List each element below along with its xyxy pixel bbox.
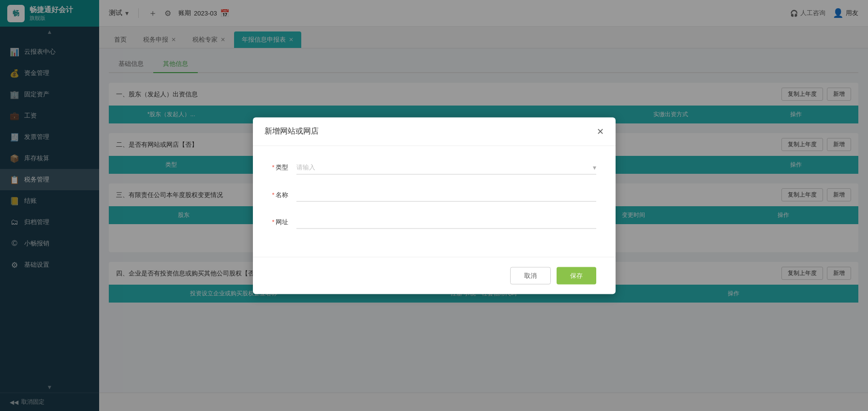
dialog-body: *类型 ▾ *名称 *网址: [253, 146, 616, 257]
required-star-url: *: [272, 218, 275, 225]
dialog-title: 新增网站或网店: [265, 126, 319, 137]
form-field-url: *网址: [272, 215, 596, 228]
dialog-header: 新增网站或网店 ✕: [253, 117, 616, 146]
url-input[interactable]: [296, 218, 596, 225]
required-star-type: *: [272, 164, 275, 171]
type-dropdown-icon[interactable]: ▾: [593, 163, 596, 171]
add-website-dialog: 新增网站或网店 ✕ *类型 ▾ *名称 *网址: [253, 117, 616, 294]
form-field-type: *类型 ▾: [272, 160, 596, 174]
required-star-name: *: [272, 191, 275, 198]
form-field-name: *名称: [272, 188, 596, 201]
form-label-name: *名称: [272, 190, 296, 199]
form-input-wrapper-name: [296, 188, 596, 201]
form-input-wrapper-url: [296, 215, 596, 228]
cancel-button[interactable]: 取消: [510, 267, 551, 284]
dialog-close-button[interactable]: ✕: [597, 126, 604, 137]
form-label-url: *网址: [272, 217, 296, 226]
dialog-footer: 取消 保存: [253, 257, 616, 294]
type-input[interactable]: [296, 164, 593, 171]
form-input-wrapper-type: ▾: [296, 160, 596, 174]
name-input[interactable]: [296, 191, 596, 198]
form-label-type: *类型: [272, 163, 296, 172]
save-button[interactable]: 保存: [557, 267, 596, 284]
